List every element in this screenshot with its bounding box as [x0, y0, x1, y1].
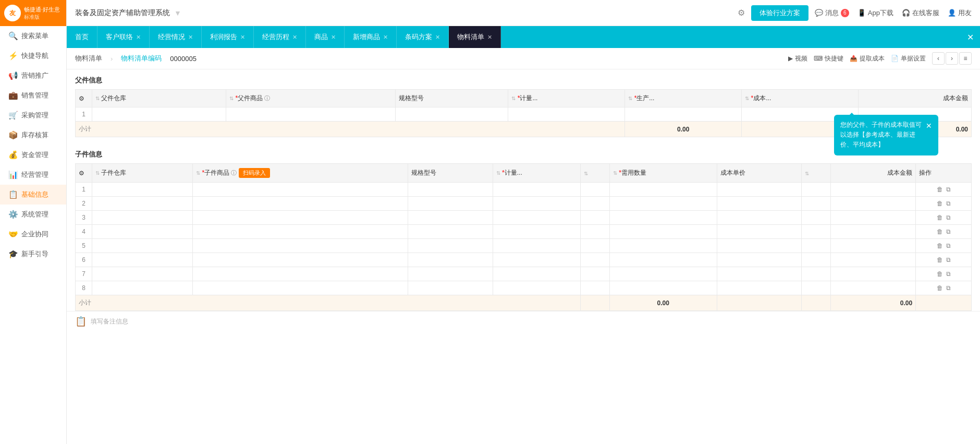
user-btn[interactable]: 👤 用友 [948, 8, 972, 18]
child-row-1: 1 🗑 ⧉ [76, 183, 972, 197]
child-sort2-1[interactable] [802, 183, 831, 197]
child-goods-info-icon[interactable]: ⓘ [231, 170, 237, 176]
sidebar-item-inventory[interactable]: 📦 库存核算 [0, 125, 66, 145]
child-col-sort: ⇅ [580, 164, 609, 183]
copy-icon-4[interactable]: ⧉ [946, 228, 951, 235]
tab-barcode[interactable]: 条码方案 ✕ [397, 26, 449, 48]
sidebar-item-finance[interactable]: 💰 资金管理 [0, 145, 66, 165]
close-bom-tab[interactable]: ✕ [487, 34, 492, 41]
parent-unit-cell[interactable] [508, 107, 625, 122]
parent-goods-info-icon[interactable]: ⓘ [264, 95, 270, 101]
note-placeholder[interactable]: 填写备注信息 [91, 317, 128, 326]
grid-view-btn[interactable]: ≡ [959, 52, 972, 65]
close-customer-tab[interactable]: ✕ [136, 34, 141, 41]
sidebar-item-system[interactable]: ⚙️ 系统管理 [0, 205, 66, 224]
close-profit-tab[interactable]: ✕ [240, 34, 245, 41]
child-col-gear[interactable]: ⚙ [76, 164, 92, 183]
child-warehouse-1[interactable] [92, 183, 193, 197]
view-video-btn[interactable]: ▶ 视频 [788, 54, 807, 63]
online-service-btn[interactable]: 🎧 在线客服 [902, 8, 939, 18]
close-new-goods-tab[interactable]: ✕ [383, 34, 388, 41]
close-barcode-tab[interactable]: ✕ [435, 34, 440, 41]
sidebar-item-purchase[interactable]: 🛒 采购管理 [0, 105, 66, 125]
breadcrumb-bar: 物料清单 › 物料清单编码 0000005 ▶ 视频 ⌨ 快捷键 📤 提取成本 [67, 48, 980, 69]
close-goods-tab[interactable]: ✕ [331, 34, 336, 41]
child-spec-1[interactable] [408, 183, 493, 197]
delete-icon-2[interactable]: 🗑 [937, 200, 943, 207]
copy-icon-2[interactable]: ⧉ [946, 200, 951, 207]
trial-btn[interactable]: 体验行业方案 [751, 5, 808, 21]
prev-page-btn[interactable]: ‹ [932, 52, 945, 65]
scan-input-btn[interactable]: 扫码录入 [239, 168, 270, 178]
tab-history[interactable]: 经营历程 ✕ [254, 26, 306, 48]
parent-goods-cell[interactable] [226, 107, 396, 122]
copy-icon-8[interactable]: ⧉ [946, 284, 951, 292]
message-btn[interactable]: 💬 消息 6 [815, 8, 849, 18]
sidebar-item-marketing[interactable]: 📢 营销推广 [0, 66, 66, 86]
child-qty-1[interactable] [610, 183, 717, 197]
copy-icon-7[interactable]: ⧉ [946, 270, 951, 278]
tab-profit[interactable]: 利润报告 ✕ [202, 26, 254, 48]
parent-col-gear[interactable]: ⚙ [76, 90, 92, 107]
child-row-4: 4 🗑⧉ [76, 225, 972, 239]
tab-goods[interactable]: 商品 ✕ [306, 26, 345, 48]
child-row-5: 5 🗑⧉ [76, 239, 972, 253]
close-operation-tab[interactable]: ✕ [188, 34, 193, 41]
nav-tabs: 首页 客户联络 ✕ 经营情况 ✕ 利润报告 ✕ 经营历程 ✕ 商品 ✕ 新增商品… [67, 26, 980, 48]
child-subtotal-row: 小计 0.00 0.00 [76, 295, 972, 311]
tab-operation[interactable]: 经营情况 ✕ [150, 26, 202, 48]
child-unit-1[interactable] [493, 183, 580, 197]
download-icon: 📱 [858, 9, 866, 17]
breadcrumb-bom-code-label: 物料清单编码 [121, 54, 162, 63]
close-all-tabs[interactable]: ✕ [961, 32, 980, 42]
sidebar-item-quick-nav[interactable]: ⚡ 快捷导航 [0, 46, 66, 66]
parent-prod-cell[interactable] [625, 107, 742, 122]
tooltip-close-btn[interactable]: ✕ [926, 120, 932, 131]
copy-icon-1[interactable]: ⧉ [946, 186, 951, 193]
parent-warehouse-cell[interactable] [92, 107, 226, 122]
child-unitcost-1 [717, 183, 802, 197]
shortcut-icon: ⌨ [814, 55, 823, 62]
child-goods-1[interactable] [193, 183, 408, 197]
settings-icon[interactable]: ⚙ [738, 8, 745, 18]
sidebar-item-guide[interactable]: 🎓 新手引导 [0, 244, 66, 264]
tab-customer[interactable]: 客户联络 ✕ [97, 26, 150, 48]
tab-home[interactable]: 首页 [67, 26, 97, 48]
breadcrumb-bom-list[interactable]: 物料清单 [75, 54, 102, 63]
delete-icon-4[interactable]: 🗑 [937, 228, 943, 235]
next-page-btn[interactable]: › [946, 52, 958, 65]
shortcut-btn[interactable]: ⌨ 快捷键 [814, 54, 843, 63]
parent-spec-cell[interactable] [395, 107, 508, 122]
settings-doc-icon: 📄 [891, 55, 899, 62]
delete-icon-6[interactable]: 🗑 [937, 256, 943, 263]
app-download-btn[interactable]: 📱 App下载 [858, 8, 893, 18]
tab-bom[interactable]: 物料清单 ✕ [449, 26, 501, 48]
child-col-warehouse: ⇅ 子件仓库 [92, 164, 193, 183]
tab-new-goods[interactable]: 新增商品 ✕ [345, 26, 397, 48]
delete-icon-5[interactable]: 🗑 [937, 242, 943, 249]
delete-icon-8[interactable]: 🗑 [937, 284, 943, 292]
copy-icon-5[interactable]: ⧉ [946, 242, 951, 249]
copy-icon-6[interactable]: ⧉ [946, 256, 951, 263]
child-row-2: 2 🗑⧉ [76, 197, 972, 211]
child-row-3: 3 🗑⧉ [76, 211, 972, 225]
sidebar-item-basic[interactable]: 📋 基础信息 [0, 185, 66, 205]
sidebar-item-operations[interactable]: 📊 经营管理 [0, 165, 66, 185]
parent-col-spec: 规格型号 [395, 90, 508, 107]
sidebar-item-enterprise[interactable]: 🤝 企业协同 [0, 224, 66, 244]
delete-icon-7[interactable]: 🗑 [937, 270, 943, 278]
sidebar-item-sales[interactable]: 💼 销售管理 [0, 86, 66, 105]
child-action-1: 🗑 ⧉ [916, 183, 972, 197]
child-section: 子件信息 ⚙ ⇅ 子件仓库 ⇅ *子件商品 ⓘ 扫码录入 [67, 143, 980, 311]
single-settings-btn[interactable]: 📄 单据设置 [891, 54, 926, 63]
extract-cost-btn[interactable]: 📤 提取成本 [850, 54, 885, 63]
parent-cost-subtotal: 0.00 [625, 122, 742, 137]
parent-col-prod: ⇅ *生产... [625, 90, 742, 107]
sidebar-item-search[interactable]: 🔍 搜索菜单 [0, 26, 66, 46]
copy-icon-3[interactable]: ⧉ [946, 214, 951, 221]
child-sort-1[interactable] [580, 183, 609, 197]
close-history-tab[interactable]: ✕ [292, 34, 297, 41]
delete-icon-3[interactable]: 🗑 [937, 214, 943, 221]
delete-icon-1[interactable]: 🗑 [937, 186, 943, 193]
child-col-spec: 规格型号 [408, 164, 493, 183]
